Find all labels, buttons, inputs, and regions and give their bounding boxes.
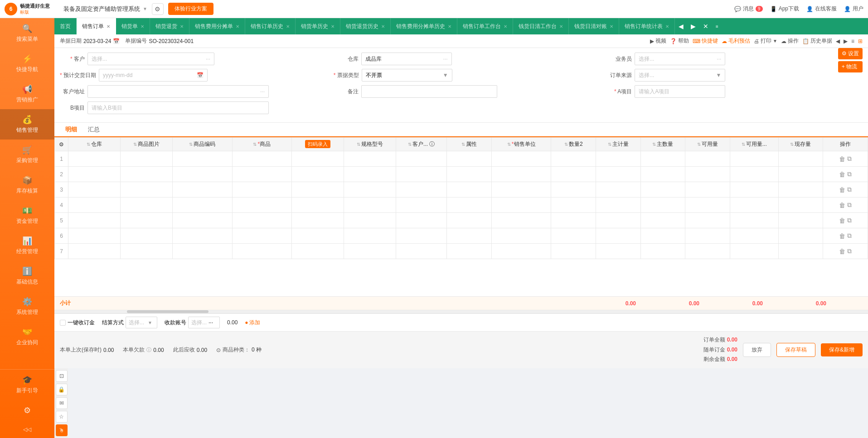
col-settings[interactable]: ⚙	[55, 138, 68, 151]
tab-home[interactable]: 首页	[54, 18, 77, 34]
cell-main-qty-5[interactable]	[640, 213, 685, 228]
tab-sales-return[interactable]: 销货退货 ✕	[150, 18, 189, 34]
cell-product-6[interactable]	[232, 228, 291, 244]
cell-unit-1[interactable]	[491, 151, 551, 167]
sidebar-collapse-btn[interactable]: ◁◁	[0, 421, 54, 438]
cell-avail-6[interactable]	[685, 228, 730, 244]
cell-main-unit-5[interactable]	[596, 213, 641, 228]
row-delete-4[interactable]: 🗑	[839, 202, 845, 209]
sidebar-item-purchase[interactable]: 🛒 采购管理	[0, 140, 54, 170]
cell-spec-3[interactable]	[344, 182, 396, 197]
cell-code-1[interactable]	[173, 151, 232, 167]
tab-expense-split[interactable]: 销售费用分摊单 ✕	[189, 18, 245, 34]
row-copy-1[interactable]: ⧉	[847, 155, 852, 163]
b-project-input[interactable]: 请输入B项目	[87, 101, 269, 114]
sidebar-item-operations[interactable]: 📊 经营管理	[0, 231, 54, 261]
row-copy-7[interactable]: ⧉	[847, 247, 852, 255]
delivery-calendar[interactable]: 📅	[197, 72, 204, 78]
tab-close-return[interactable]: ✕	[180, 24, 184, 29]
col-available[interactable]: ⇅可用量	[685, 138, 730, 151]
sidebar-item-quick[interactable]: ⚡ 快捷导航	[0, 48, 54, 79]
float-btn-3[interactable]: ✉	[56, 397, 68, 409]
cell-stock-7[interactable]	[778, 244, 823, 259]
sidebar-item-search[interactable]: 🔍 搜索菜单	[0, 18, 54, 48]
account-select[interactable]: 选择... ···	[188, 317, 220, 328]
address-input[interactable]: ···	[87, 85, 269, 98]
row-delete-2[interactable]: 🗑	[839, 171, 845, 178]
tab-close-stats[interactable]: ✕	[665, 24, 669, 29]
cell-code-6[interactable]	[173, 228, 232, 244]
col-image[interactable]: ⇅商品图片	[121, 138, 173, 151]
print-btn[interactable]: 🖨 打印 ▼	[754, 37, 777, 45]
cell-warehouse-7[interactable]	[68, 244, 121, 259]
cell-avail-2[interactable]	[685, 167, 730, 182]
tab-order-history[interactable]: 销售订单历史 ✕	[245, 18, 296, 34]
cell-cust-code-4[interactable]	[396, 197, 447, 213]
tab-close-order-hist[interactable]: ✕	[286, 24, 290, 29]
row-copy-6[interactable]: ⧉	[847, 232, 852, 240]
tab-summary[interactable]: 汇总	[82, 123, 105, 136]
cell-attr-4[interactable]	[447, 197, 492, 213]
remarks-input[interactable]	[361, 85, 497, 98]
tab-detail[interactable]: 明细	[60, 123, 82, 137]
cell-code-5[interactable]	[173, 213, 232, 228]
salesperson-input[interactable]: 选择... ···	[635, 53, 725, 65]
app-download-btn[interactable]: 📱 App下载	[770, 5, 799, 13]
cell-qty2-6[interactable]	[551, 228, 596, 244]
tab-sales-invoice[interactable]: 销货单 ✕	[116, 18, 150, 34]
user-btn[interactable]: 👤 用户	[844, 5, 863, 13]
nav-prev-btn[interactable]: ◀	[836, 38, 840, 44]
cell-avail2-2[interactable]	[730, 167, 778, 182]
cell-avail2-5[interactable]	[730, 213, 778, 228]
cell-code-4[interactable]	[173, 197, 232, 213]
cell-stock-5[interactable]	[778, 213, 823, 228]
shortcut-btn[interactable]: ⌨ 快捷键	[693, 37, 718, 45]
cell-spec-5[interactable]	[344, 213, 396, 228]
tab-close-ret-hist[interactable]: ✕	[381, 24, 385, 29]
cell-main-unit-1[interactable]	[596, 151, 641, 167]
col-stock[interactable]: ⇅现存量	[778, 138, 823, 151]
cell-warehouse-2[interactable]	[68, 167, 121, 182]
tab-sales-order[interactable]: 销售订单 ✕	[77, 18, 116, 34]
tab-close-cash-daily[interactable]: ✕	[559, 24, 563, 29]
cell-product-4[interactable]	[232, 197, 291, 213]
operation-btn[interactable]: ☁ 操作	[781, 37, 799, 45]
save-new-button[interactable]: 保存&新增	[821, 343, 863, 356]
scroll-thumb[interactable]	[127, 310, 209, 313]
tab-cash-daily[interactable]: 钱货日清工作台 ✕	[513, 18, 569, 34]
cell-avail2-4[interactable]	[730, 197, 778, 213]
col-available2[interactable]: ⇅可用量...	[730, 138, 778, 151]
sidebar-item-guide[interactable]: 🎓 新手引导	[0, 369, 54, 400]
tab-close-sales-order[interactable]: ✕	[107, 24, 110, 29]
row-copy-2[interactable]: ⧉	[847, 170, 852, 178]
add-btn[interactable]: ● 添加	[245, 319, 260, 327]
one-click-checkbox[interactable]	[60, 320, 66, 326]
scroll-track[interactable]	[54, 310, 868, 313]
cell-product-1[interactable]	[232, 151, 291, 167]
cell-main-qty-3[interactable]	[640, 182, 685, 197]
cell-image-7[interactable]	[121, 244, 173, 259]
cell-code-3[interactable]	[173, 182, 232, 197]
tab-expense-history[interactable]: 销售费用分摊单历史 ✕	[391, 18, 457, 34]
cell-cust-code-2[interactable]	[396, 167, 447, 182]
sidebar-item-enterprise[interactable]: 🤝 企业协同	[0, 322, 54, 352]
sidebar-item-system[interactable]: ⚙️ 系统管理	[0, 291, 54, 322]
tab-close-expense[interactable]: ✕	[236, 24, 239, 29]
cell-image-4[interactable]	[121, 197, 173, 213]
tab-order-workbench[interactable]: 销售订单工作台 ✕	[457, 18, 513, 34]
cell-unit-2[interactable]	[491, 167, 551, 182]
cell-main-qty-1[interactable]	[640, 151, 685, 167]
cell-main-unit-7[interactable]	[596, 244, 641, 259]
add-logistics-btn[interactable]: + 物流	[838, 61, 863, 72]
tab-close-workbench[interactable]: ✕	[504, 24, 507, 29]
sidebar-item-inventory[interactable]: 📦 库存核算	[0, 170, 54, 200]
col-unit[interactable]: ⇅*销售单位	[491, 138, 551, 151]
invoice-select[interactable]: 不开票 ▼	[362, 69, 452, 82]
col-customer-code[interactable]: ⇅客户... ⓘ	[396, 138, 447, 151]
tab-sales-stats[interactable]: 销售订单统计表 ✕	[619, 18, 675, 34]
payment-select[interactable]: 选择... ▼	[126, 317, 157, 328]
discard-button[interactable]: 放弃	[743, 343, 771, 357]
float-btn-1[interactable]: ⊡	[56, 370, 68, 382]
cell-product-5[interactable]	[232, 213, 291, 228]
col-main-unit[interactable]: ⇅主计量	[596, 138, 641, 151]
